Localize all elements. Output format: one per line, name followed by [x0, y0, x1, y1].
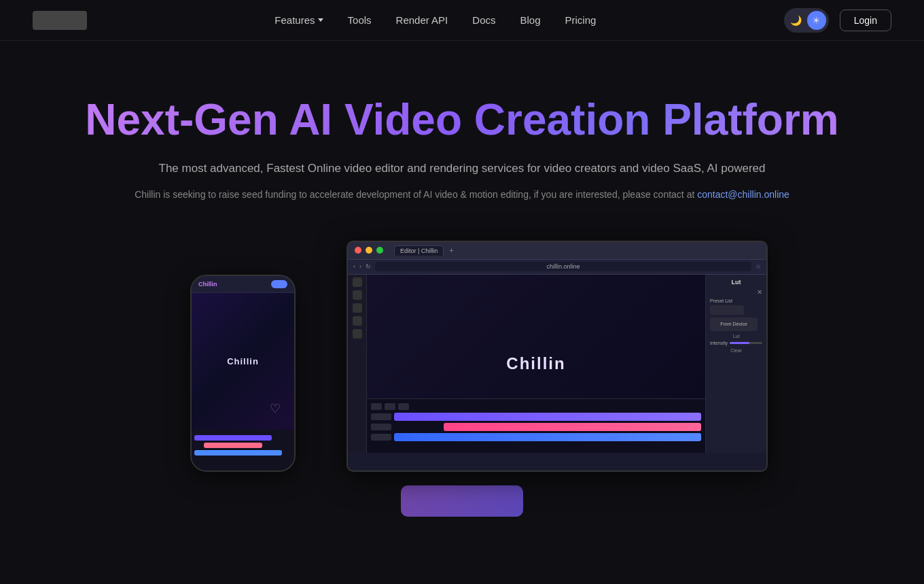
browser-tab[interactable]: Editor | Chillin	[394, 245, 444, 256]
screenshots-container: Chillin Chillin ♡	[156, 227, 768, 472]
timeline-controls	[371, 403, 701, 410]
phone-heart-icon: ♡	[270, 401, 281, 416]
nav-link-render-api[interactable]: Render API	[396, 14, 448, 26]
hero-subtitle: The most advanced, Fastest Online video …	[33, 162, 891, 175]
dark-mode-button[interactable]: 🌙	[787, 11, 806, 30]
phone-video-area: Chillin ♡	[192, 293, 294, 430]
desktop-content: Chillin ♡	[348, 275, 766, 453]
timeline-tracks	[371, 413, 701, 441]
nav-item-docs[interactable]: Docs	[472, 14, 495, 27]
tool-icon-2[interactable]	[353, 290, 362, 300]
address-bar[interactable]: chillin.online	[375, 262, 751, 271]
track-label-2	[371, 424, 391, 430]
bookmark-icon[interactable]: ☆	[756, 263, 761, 270]
bottom-cta-area	[33, 472, 891, 517]
desktop-main-area: Chillin ♡	[367, 275, 705, 453]
navbar: Features Tools Render API Docs Blog Pric…	[0, 0, 924, 41]
light-mode-button[interactable]: ☀	[807, 11, 826, 30]
tool-icon-5[interactable]	[353, 329, 362, 339]
desktop-sidebar-right: Lut ✕ Preset List From Device Lut Intens…	[705, 275, 766, 453]
desktop-sidebar-left	[348, 275, 367, 453]
tool-icon-3[interactable]	[353, 303, 362, 313]
clear-button[interactable]: Clear	[710, 348, 762, 353]
intensity-slider[interactable]	[730, 342, 762, 344]
nav-item-pricing[interactable]: Pricing	[565, 14, 597, 27]
phone-timeline-bars	[194, 435, 291, 456]
nav-item-blog[interactable]: Blog	[520, 14, 540, 27]
theme-toggle[interactable]: 🌙 ☀	[784, 8, 829, 33]
phone-inner: Chillin Chillin ♡	[192, 276, 294, 470]
timeline-bar-3	[194, 450, 282, 456]
nav-link-tools[interactable]: Tools	[348, 14, 372, 26]
track-label-3	[371, 434, 391, 441]
nav-link-docs[interactable]: Docs	[472, 14, 495, 26]
desktop-mockup: Editor | Chillin + ‹ › ↻ chillin.online …	[346, 241, 768, 472]
chevron-down-icon	[318, 18, 323, 22]
phone-video-text: Chillin	[227, 356, 259, 366]
login-button[interactable]: Login	[840, 10, 891, 31]
desktop-toolbar: ‹ › ↻ chillin.online ☆	[348, 260, 766, 275]
close-dot	[355, 247, 361, 254]
intensity-slider-fill	[730, 342, 749, 344]
desktop-video-text: Chillin	[506, 354, 565, 373]
forward-icon[interactable]: ›	[359, 263, 361, 270]
desktop-timeline-area	[367, 398, 705, 453]
track-row-1	[371, 413, 701, 421]
lut-panel-title: Lut	[710, 279, 762, 286]
cta-button-preview[interactable]	[401, 485, 523, 517]
back-icon[interactable]: ‹	[353, 263, 355, 270]
phone-header: Chillin	[192, 276, 294, 293]
nav-link-features[interactable]: Features	[274, 14, 323, 26]
funding-text: Chillin is seeking to raise seed funding…	[135, 189, 697, 200]
hero-section: Next-Gen AI Video Creation Platform The …	[0, 41, 924, 544]
funding-email-link[interactable]: contact@chillin.online	[697, 189, 789, 200]
desktop-titlebar: Editor | Chillin +	[348, 242, 766, 260]
track-content-2[interactable]	[444, 423, 701, 431]
lut-label-text: Lut	[710, 334, 762, 339]
from-device-button[interactable]: From Device	[710, 317, 758, 331]
track-content-3[interactable]	[394, 433, 701, 441]
track-content-1[interactable]	[394, 413, 701, 421]
stop-button[interactable]	[398, 403, 409, 410]
minimize-dot	[366, 247, 372, 254]
tool-icon-4[interactable]	[353, 316, 362, 326]
phone-logo: Chillin	[198, 281, 217, 288]
nav-item-features[interactable]: Features	[274, 14, 323, 26]
reload-icon[interactable]: ↻	[366, 263, 371, 270]
hero-title: Next-Gen AI Video Creation Platform	[33, 95, 891, 145]
play-button[interactable]	[371, 403, 382, 410]
nav-item-tools[interactable]: Tools	[348, 14, 372, 27]
track-row-2	[371, 423, 701, 431]
browser-tab-bar: Editor | Chillin +	[394, 245, 457, 256]
lut-close-icon[interactable]: ✕	[757, 288, 762, 296]
new-tab-button[interactable]: +	[446, 245, 456, 256]
timeline-bar-1	[194, 435, 272, 441]
intensity-slider-row: Intensity	[710, 341, 762, 345]
phone-toggle	[271, 280, 287, 288]
preset-select[interactable]	[710, 305, 744, 315]
intensity-label: Intensity	[710, 341, 728, 345]
logo[interactable]	[33, 11, 87, 30]
pause-button[interactable]	[385, 403, 395, 410]
nav-label-features: Features	[274, 14, 315, 26]
nav-right: 🌙 ☀ Login	[784, 8, 891, 33]
track-row-3	[371, 433, 701, 441]
timeline-bar-2	[204, 443, 262, 448]
nav-links: Features Tools Render API Docs Blog Pric…	[274, 14, 596, 27]
phone-timeline	[192, 430, 294, 470]
maximize-dot	[376, 247, 383, 254]
track-label-1	[371, 413, 391, 420]
hero-funding: Chillin is seeking to raise seed funding…	[33, 189, 891, 200]
video-preview: Chillin	[506, 354, 565, 373]
phone-mockup: Chillin Chillin ♡	[190, 275, 296, 472]
nav-item-render-api[interactable]: Render API	[396, 14, 448, 27]
nav-link-pricing[interactable]: Pricing	[565, 14, 597, 26]
preset-list-label: Preset List	[710, 298, 732, 303]
lut-close-area: ✕	[710, 288, 762, 296]
nav-link-blog[interactable]: Blog	[520, 14, 540, 26]
tool-icon-1[interactable]	[353, 277, 362, 287]
lut-preset-row: Preset List	[710, 298, 762, 303]
